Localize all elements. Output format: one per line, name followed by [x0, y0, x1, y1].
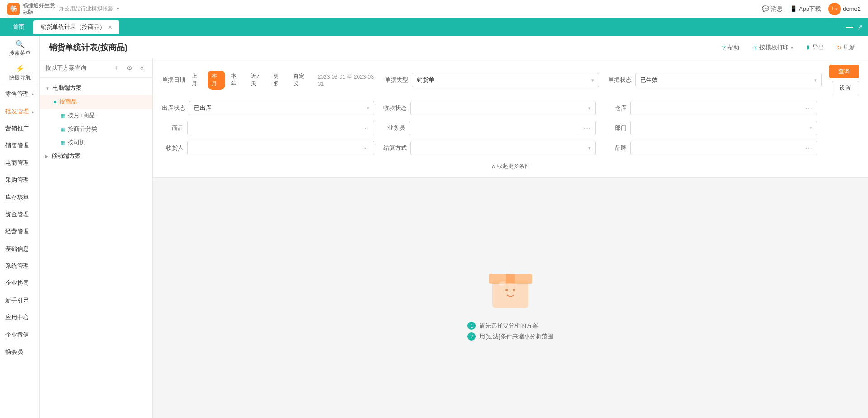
- tab-sales-stat[interactable]: 销货单统计表（按商品） ✕: [33, 20, 119, 34]
- query-btn[interactable]: 查询: [829, 65, 859, 78]
- brand-label: 品牌: [605, 144, 630, 152]
- sidebar-item-ecommerce[interactable]: 电商管理: [0, 154, 39, 171]
- brand-input[interactable]: ···: [630, 141, 817, 155]
- collect-status-input[interactable]: ▾: [410, 101, 596, 115]
- page-title: 销货单统计表(按商品): [49, 42, 127, 53]
- sidebar-item-enterprise[interactable]: 企业协同: [0, 275, 39, 292]
- sidebar-item-system[interactable]: 系统管理: [0, 257, 39, 275]
- sidebar-item-vip[interactable]: 畅会员: [0, 343, 39, 361]
- salesperson-input[interactable]: ···: [409, 121, 596, 135]
- tree-group-mobile-header[interactable]: ▶ 移动端方案: [40, 149, 152, 163]
- panel-add-btn[interactable]: +: [112, 63, 122, 73]
- warehouse-group: 仓库 ···: [605, 101, 817, 115]
- receiver-input[interactable]: ···: [187, 141, 374, 155]
- message-icon: 💬: [762, 5, 769, 12]
- date-tab-current-month[interactable]: 本月: [208, 71, 226, 90]
- panel-settings-btn[interactable]: ⚙: [124, 63, 134, 73]
- tree-item-by-product[interactable]: ● 按商品: [40, 95, 152, 109]
- app-download-btn[interactable]: 📱 App下载: [790, 5, 821, 13]
- date-tab-last-month[interactable]: 上月: [188, 71, 206, 90]
- sidebar-item-wechat[interactable]: 企业微信: [0, 326, 39, 343]
- help-btn[interactable]: ? 帮助: [719, 42, 743, 53]
- collect-status-group: 收款状态 ▾: [383, 101, 596, 115]
- product-input[interactable]: ···: [187, 121, 374, 135]
- sidebar-quicknav-label: 快捷导航: [9, 74, 31, 81]
- sidebar-item-finance[interactable]: 资金管理: [0, 206, 39, 223]
- right-content: 单据日期 上月 本月 本年 近7天 更多 自定义 2023-03-01 至 20…: [153, 58, 868, 418]
- tab-expand-icon[interactable]: ⤢: [857, 23, 863, 32]
- collapse-icon: ∧: [491, 163, 495, 170]
- tree-group-pc-header[interactable]: ▼ 电脑端方案: [40, 81, 152, 95]
- sidebar-item-wholesale[interactable]: 批发管理 ▴: [0, 103, 39, 120]
- top-bar-right: 💬 消息 📱 App下载 Ea demo2: [762, 3, 861, 15]
- top-bar: 畅 畅捷通好生意标版 办公用品行业模拟账套 ▾ 💬 消息 📱 App下载 Ea …: [0, 0, 868, 18]
- template-print-icon: 🖨: [752, 44, 758, 51]
- date-tab-custom[interactable]: 自定义: [289, 71, 312, 90]
- doc-type-input[interactable]: 销货单 ▾: [412, 73, 599, 87]
- out-status-input[interactable]: 已出库 ▾: [189, 101, 374, 115]
- tree-item-by-month-icon: ▦: [61, 113, 65, 119]
- warehouse-input[interactable]: ···: [630, 101, 817, 115]
- filter-area: 单据日期 上月 本月 本年 近7天 更多 自定义 2023-03-01 至 20…: [153, 58, 868, 178]
- template-print-arrow: ▾: [791, 45, 793, 50]
- message-btn[interactable]: 💬 消息: [762, 5, 783, 13]
- sidebar-item-retail[interactable]: 零售管理 ▾: [0, 86, 39, 103]
- salesperson-label: 业务员: [383, 124, 409, 132]
- sidebar-item-basic[interactable]: 基础信息: [0, 240, 39, 257]
- tree-group-mobile-label: 移动端方案: [52, 152, 81, 160]
- export-btn[interactable]: ⬇ 导出: [802, 42, 828, 53]
- sidebar-item-guide[interactable]: 新手引导: [0, 292, 39, 309]
- sidebar-wechat-label: 企业微信: [5, 331, 29, 339]
- user-area[interactable]: Ea demo2: [828, 3, 861, 15]
- date-tab-current-year[interactable]: 本年: [227, 71, 245, 90]
- sidebar-item-marketing[interactable]: 营销推广: [0, 120, 39, 137]
- brand-more: ···: [805, 144, 812, 152]
- payment-input[interactable]: ▾: [410, 141, 596, 155]
- tree-item-by-cashier[interactable]: ▦ 按司机: [40, 136, 152, 149]
- tree-group-mobile: ▶ 移动端方案: [40, 149, 152, 163]
- refresh-btn[interactable]: ↻ 刷新: [833, 42, 859, 53]
- sidebar-vip-label: 畅会员: [5, 348, 23, 356]
- empty-num-1: 1: [467, 322, 476, 330]
- doc-type-label: 单据类型: [385, 76, 412, 84]
- panel-collapse-btn[interactable]: «: [137, 63, 147, 73]
- user-name: demo2: [843, 5, 861, 12]
- tree-item-by-category[interactable]: ▦ 按商品分类: [40, 122, 152, 136]
- filter-row-2: 出库状态 已出库 ▾ 收款状态: [162, 101, 859, 115]
- sidebar-item-operations[interactable]: 经营管理: [0, 223, 39, 240]
- tab-close-btn[interactable]: ✕: [108, 24, 112, 30]
- sidebar-system-label: 系统管理: [5, 262, 29, 270]
- left-panel-title: 按以下方案查询: [45, 64, 86, 72]
- collapse-btn[interactable]: ∧ 收起更多条件: [491, 162, 530, 170]
- refresh-icon: ↻: [837, 44, 842, 51]
- tab-home[interactable]: 首页: [5, 20, 32, 34]
- sidebar-quicknav[interactable]: ⚡ 快捷导航: [0, 61, 39, 85]
- left-panel: 按以下方案查询 + ⚙ « ▼ 电脑端方案: [40, 58, 153, 418]
- date-tab-last-7[interactable]: 近7天: [247, 71, 268, 90]
- sidebar-item-appstore[interactable]: 应用中心: [0, 309, 39, 326]
- top-label-arrow[interactable]: ▾: [117, 6, 119, 12]
- doc-type-arrow: ▾: [591, 77, 594, 83]
- payment-label: 结算方式: [383, 144, 410, 152]
- tree-item-by-cashier-icon: ▦: [61, 140, 65, 146]
- sidebar-basic-label: 基础信息: [5, 245, 29, 253]
- tree-item-by-month-product[interactable]: ▦ 按月+商品: [40, 109, 152, 122]
- brand-group: 品牌 ···: [605, 141, 817, 155]
- sidebar-guide-label: 新手引导: [5, 296, 29, 304]
- sidebar-item-inventory[interactable]: 库存核算: [0, 189, 39, 206]
- sidebar-search[interactable]: 🔍 搜索菜单: [0, 36, 39, 61]
- tab-sales-stat-label: 销货单统计表（按商品）: [41, 23, 105, 31]
- template-print-btn[interactable]: 🖨 按模板打印 ▾: [748, 42, 797, 53]
- sidebar-item-sales[interactable]: 销售管理: [0, 137, 39, 154]
- empty-tip-1: 请先选择要分析的方案: [479, 322, 538, 330]
- tab-minimize-icon[interactable]: —: [846, 23, 853, 31]
- dept-input[interactable]: ▾: [630, 121, 817, 135]
- collect-status-label: 收款状态: [383, 104, 410, 112]
- doc-status-input[interactable]: 已生效 ▾: [635, 73, 822, 87]
- sidebar-ecommerce-label: 电商管理: [5, 159, 29, 167]
- doc-status-arrow: ▾: [814, 77, 817, 83]
- sidebar-retail-arrow: ▾: [32, 92, 34, 97]
- date-tab-more[interactable]: 更多: [269, 71, 288, 90]
- sidebar-item-purchase[interactable]: 采购管理: [0, 171, 39, 189]
- settings-btn[interactable]: 设置: [832, 81, 859, 95]
